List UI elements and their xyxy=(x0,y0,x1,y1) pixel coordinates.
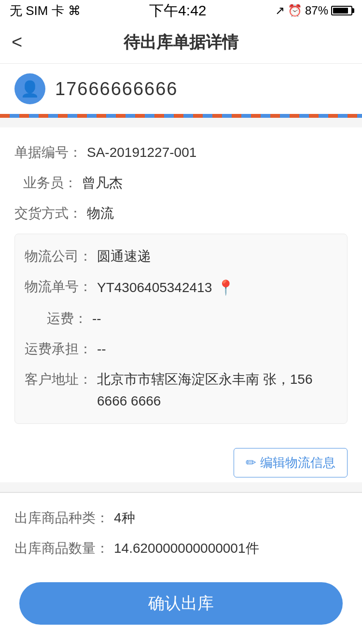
delivery-method-label: 交货方式： xyxy=(14,203,82,224)
map-pin-icon[interactable]: 📍 xyxy=(217,276,235,299)
logistics-company-row: 物流公司： 圆通速递 xyxy=(25,246,337,267)
wifi-icon: ⌘ xyxy=(68,3,81,18)
customer-address-value: 北京市市辖区海淀区永丰南 张，156 6666 6666 xyxy=(92,369,337,412)
bottom-area: 确认出库 xyxy=(0,573,362,644)
avatar-icon: 👤 xyxy=(20,80,40,98)
status-time: 下午4:42 xyxy=(149,1,206,21)
logistics-company-label: 物流公司： xyxy=(25,246,92,267)
status-left: 无 SIM 卡 ⌘ xyxy=(10,2,81,19)
document-number-value: SA-20191227-001 xyxy=(82,142,348,164)
document-number-label: 单据编号： xyxy=(14,142,82,164)
user-header: 👤 17666666666 xyxy=(0,64,362,114)
freight-bearer-row: 运费承担： -- xyxy=(25,338,337,360)
edit-btn-row: ✏ 编辑物流信息 xyxy=(0,438,362,482)
carrier-text: 无 SIM 卡 xyxy=(10,2,64,19)
delivery-method-row: 交货方式： 物流 xyxy=(14,203,348,224)
freight-bearer-value: -- xyxy=(92,338,337,360)
tracking-number-row: 物流单号： YT4306405342413 📍 xyxy=(25,276,337,299)
back-button[interactable]: < xyxy=(12,32,22,53)
document-number-row: 单据编号： SA-20191227-001 xyxy=(14,142,348,164)
battery-text: 87% xyxy=(305,4,328,17)
product-type-label: 出库商品种类： xyxy=(14,507,109,529)
location-status-icon: ↗ xyxy=(275,4,285,17)
freight-value: -- xyxy=(87,308,337,330)
salesperson-label: 业务员： xyxy=(14,172,77,194)
user-phone: 17666666666 xyxy=(55,79,178,99)
logistics-section: 物流公司： 圆通速递 物流单号： YT4306405342413 📍 运费： -… xyxy=(14,234,348,424)
edit-logistics-button[interactable]: ✏ 编辑物流信息 xyxy=(234,448,348,477)
product-type-row: 出库商品种类： 4种 xyxy=(14,507,348,529)
battery-fill xyxy=(333,8,348,14)
freight-row: 运费： -- xyxy=(25,308,337,330)
product-info-section: 出库商品种类： 4种 出库商品数量： 14.620000000000001件 xyxy=(0,493,362,574)
status-right: ↗ ⏰ 87% xyxy=(275,4,352,17)
customer-address-row: 客户地址： 北京市市辖区海淀区永丰南 张，156 6666 6666 xyxy=(25,369,337,412)
basic-info-section: 单据编号： SA-20191227-001 业务员： 曾凡杰 交货方式： 物流 … xyxy=(0,127,362,438)
delivery-method-value: 物流 xyxy=(82,203,348,224)
logistics-company-value: 圆通速递 xyxy=(92,246,337,267)
avatar: 👤 xyxy=(14,73,45,104)
content-area: 👤 17666666666 单据编号： SA-20191227-001 业务员：… xyxy=(0,64,362,644)
dashed-divider xyxy=(0,114,362,118)
product-quantity-value: 14.620000000000001件 xyxy=(109,538,348,560)
tracking-number-label: 物流单号： xyxy=(25,276,92,298)
status-bar: 无 SIM 卡 ⌘ 下午4:42 ↗ ⏰ 87% xyxy=(0,0,362,21)
customer-address-label: 客户地址： xyxy=(25,369,92,391)
alarm-status-icon: ⏰ xyxy=(288,4,302,17)
freight-label: 运费： xyxy=(25,308,87,330)
tracking-number-value: YT4306405342413 📍 xyxy=(92,276,337,299)
product-type-value: 4种 xyxy=(109,507,348,529)
edit-logistics-label: 编辑物流信息 xyxy=(260,454,335,471)
confirm-button-label: 确认出库 xyxy=(148,592,214,615)
confirm-outbound-button[interactable]: 确认出库 xyxy=(19,582,343,625)
salesperson-row: 业务员： 曾凡杰 xyxy=(14,172,348,194)
nav-bar: < 待出库单据详情 xyxy=(0,21,362,64)
product-quantity-row: 出库商品数量： 14.620000000000001件 xyxy=(14,538,348,560)
edit-icon: ✏ xyxy=(246,455,256,470)
battery-icon xyxy=(331,6,352,15)
salesperson-value: 曾凡杰 xyxy=(77,172,348,194)
page-title: 待出库单据详情 xyxy=(124,31,238,54)
freight-bearer-label: 运费承担： xyxy=(25,338,92,360)
product-quantity-label: 出库商品数量： xyxy=(14,538,109,560)
